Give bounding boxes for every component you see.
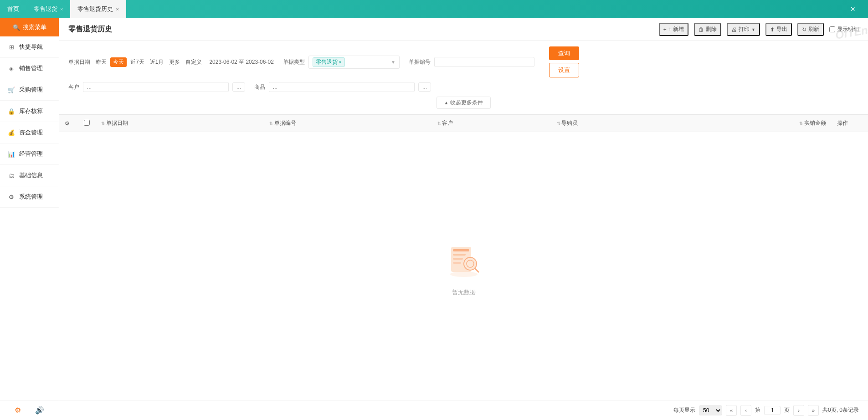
collapse-chevron-icon: ▲ [444,100,449,105]
date-7days[interactable]: 近7天 [128,57,146,67]
th-customer-label: 客户 [442,120,453,126]
date-more[interactable]: 更多 [167,57,182,67]
type-filter: 单据类型 零售退货 × ▼ [283,56,400,69]
inventory-icon: 🔒 [7,107,15,115]
sidebar-item-sales-label: 销售管理 [19,64,43,72]
sidebar-item-finance-label: 资金管理 [19,128,43,137]
customer-filter: 客户 ... [68,82,245,92]
date-yesterday[interactable]: 昨天 [94,57,108,67]
last-page-button[interactable]: » [808,405,819,416]
select-all-checkbox[interactable] [84,120,90,126]
th-number[interactable]: 单据编号 [264,115,432,132]
add-button[interactable]: + + 新增 [659,23,688,36]
prev-page-button[interactable]: ‹ [740,405,751,416]
filter-settings-button[interactable]: 设置 [549,63,579,77]
th-guide[interactable]: 导购员 [551,115,695,132]
operation-icon: 📊 [7,150,15,158]
tab-retail-return-history-close[interactable]: × [116,6,118,12]
th-date[interactable]: 单据日期 [96,115,264,132]
header-actions: + + 新增 🗑 删除 🖨 打印 ▼ ⬆ 导出 ↻ [659,23,859,36]
tab-retail-return-history[interactable]: 零售退货历史 × [70,0,126,18]
export-label: 导出 [776,26,787,33]
th-gear: ⚙ [59,115,77,132]
settings-bottom-icon[interactable]: ⚙ [15,406,21,415]
number-filter: 单据编号 [409,57,534,67]
th-action-label: 操作 [837,120,848,126]
filter-row-2: 客户 ... 商品 ... [68,82,859,92]
goods-filter: 商品 ... [254,82,431,92]
sidebar-item-operation-label: 经营管理 [19,150,43,158]
volume-bottom-icon[interactable]: 🔊 [35,406,44,415]
export-icon: ⬆ [770,26,775,33]
th-customer[interactable]: 客户 [432,115,551,132]
delete-button[interactable]: 🗑 删除 [694,23,721,36]
empty-state-icon [441,236,487,281]
tab-retail-return[interactable]: 零售退货 × [26,0,70,18]
sidebar-search[interactable]: 🔍 搜索菜单 [0,18,59,36]
empty-state: 暂无数据 [59,132,868,400]
date-custom[interactable]: 自定义 [184,57,204,67]
print-button[interactable]: 🖨 打印 ▼ [727,23,760,36]
page-number-input[interactable] [764,406,781,415]
export-button[interactable]: ⬆ 导出 [765,23,792,36]
svg-rect-2 [453,249,469,251]
th-date-label: 单据日期 [106,120,128,126]
th-amount[interactable]: 实销金额 [695,115,832,132]
table-header-row: ⚙ 单据日期 单据编号 客户 [59,115,868,132]
refresh-button[interactable]: ↻ 刷新 [797,23,824,36]
refresh-icon: ↻ [802,26,806,33]
print-label: 打印 [739,26,750,33]
basic-info-icon: 🗂 [7,171,15,179]
query-button[interactable]: 查询 [549,46,579,60]
sidebar-item-inventory[interactable]: 🔒 库存核算 [0,101,59,122]
show-detail-input[interactable] [829,26,835,32]
tab-home-label: 首页 [7,5,19,13]
data-table: ⚙ 单据日期 单据编号 客户 [59,115,868,132]
collapse-label: 收起更多条件 [450,99,483,107]
type-filter-select[interactable]: 零售退货 × ▼ [308,56,400,69]
date-filter: 单据日期 昨天 今天 近7天 近1月 更多 自定义 2023-06-02 至 2… [68,57,274,67]
first-page-button[interactable]: « [726,405,737,416]
table-container: ⚙ 单据日期 单据编号 客户 [59,115,868,400]
svg-rect-5 [453,262,461,264]
finance-icon: 💰 [7,128,15,137]
collapse-button[interactable]: ▲ 收起更多条件 [437,97,491,109]
tab-retail-return-close[interactable]: × [60,6,63,12]
date-1month[interactable]: 近1月 [148,57,166,67]
customer-dots-btn[interactable]: ... [232,82,245,92]
sidebar-item-quick-nav-label: 快捷导航 [19,43,43,51]
gear-icon[interactable]: ⚙ [65,120,70,127]
page-label: 第 [755,406,760,414]
th-number-label: 单据编号 [274,120,296,126]
date-filter-label: 单据日期 [68,58,90,66]
sidebar-item-quick-nav[interactable]: ⊞ 快捷导航 [0,36,59,58]
page-header: 零售退货历史 + + 新增 🗑 删除 🖨 打印 ▼ ⬆ 导出 [59,18,868,41]
next-page-button[interactable]: › [793,405,804,416]
tab-home[interactable]: 首页 [0,0,26,18]
system-icon: ⚙ [7,193,15,201]
sidebar-item-purchase[interactable]: 🛒 采购管理 [0,79,59,101]
filter-action-buttons: 查询 设置 [549,46,579,77]
type-tag-text: 零售退货 [316,58,338,66]
number-filter-label: 单据编号 [409,58,431,66]
th-amount-label: 实销金额 [804,120,826,126]
page-title: 零售退货历史 [68,25,112,34]
sidebar-item-finance[interactable]: 💰 资金管理 [0,122,59,143]
sidebar-item-basic-info[interactable]: 🗂 基础信息 [0,165,59,186]
type-tag-close[interactable]: × [339,60,342,65]
window-close-button[interactable]: × [845,5,861,14]
sidebar-search-label: 搜索菜单 [23,23,46,31]
svg-rect-4 [453,258,463,260]
add-icon: + [663,26,667,33]
customer-filter-input[interactable] [83,82,229,92]
show-detail-checkbox[interactable]: 显示明细 [829,26,859,33]
sidebar-item-operation[interactable]: 📊 经营管理 [0,143,59,165]
sidebar-item-sales[interactable]: ◈ 销售管理 [0,58,59,79]
sales-icon: ◈ [7,64,15,72]
goods-filter-input[interactable] [269,82,415,92]
date-today[interactable]: 今天 [110,57,127,67]
sidebar-item-system[interactable]: ⚙ 系统管理 [0,186,59,208]
number-filter-input[interactable] [434,57,534,67]
page-size-select[interactable]: 50 10 20 100 [699,405,722,415]
goods-dots-btn[interactable]: ... [418,82,431,92]
